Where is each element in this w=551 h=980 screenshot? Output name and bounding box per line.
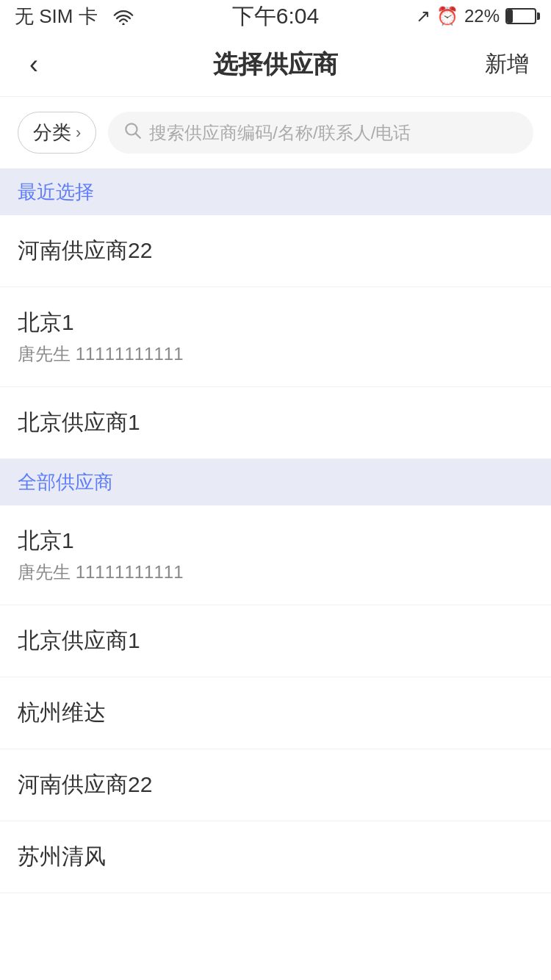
status-left: 无 SIM 卡 <box>15 4 134 29</box>
battery-percent: 22% <box>464 6 500 26</box>
svg-line-2 <box>136 134 140 138</box>
recent-section-header: 最近选择 <box>0 169 551 215</box>
item-name: 北京供应商1 <box>18 408 533 438</box>
page-title: 选择供应商 <box>213 48 338 82</box>
all-section-header: 全部供应商 <box>0 459 551 505</box>
chevron-right-icon: › <box>76 123 81 143</box>
back-button[interactable]: ‹ <box>22 42 46 87</box>
list-item[interactable]: 北京1 唐先生 11111111111 <box>0 505 551 605</box>
item-name: 北京1 <box>18 308 533 338</box>
item-name: 苏州清风 <box>18 842 533 872</box>
status-bar: 无 SIM 卡 下午6:04 ↗ ⏰ 22% <box>0 0 551 32</box>
list-item[interactable]: 杭州维达 <box>0 677 551 749</box>
status-right: ↗ ⏰ 22% <box>416 6 536 26</box>
all-section-label: 全部供应商 <box>18 471 113 493</box>
all-items-list: 北京1 唐先生 11111111111 北京供应商1 杭州维达 河南供应商22 … <box>0 505 551 893</box>
search-icon <box>123 120 142 145</box>
add-button[interactable]: 新增 <box>485 49 529 79</box>
item-subtitle: 唐先生 11111111111 <box>18 561 533 584</box>
list-item[interactable]: 河南供应商22 <box>0 749 551 821</box>
item-name: 北京供应商1 <box>18 626 533 656</box>
item-name: 杭州维达 <box>18 698 533 728</box>
search-area: 分类 › 搜索供应商编码/名称/联系人/电话 <box>0 97 551 169</box>
item-name: 北京1 <box>18 526 533 556</box>
search-placeholder: 搜索供应商编码/名称/联系人/电话 <box>149 121 411 145</box>
svg-point-0 <box>123 23 125 25</box>
category-label: 分类 <box>33 120 71 145</box>
battery-icon <box>505 8 536 24</box>
category-filter-button[interactable]: 分类 › <box>18 112 96 154</box>
list-item[interactable]: 北京供应商1 <box>0 387 551 459</box>
item-subtitle: 唐先生 11111111111 <box>18 342 533 366</box>
nav-bar: ‹ 选择供应商 新增 <box>0 32 551 97</box>
list-item[interactable]: 北京1 唐先生 11111111111 <box>0 287 551 387</box>
recent-section-label: 最近选择 <box>18 181 94 203</box>
item-name: 河南供应商22 <box>18 770 533 800</box>
list-item[interactable]: 河南供应商22 <box>0 215 551 287</box>
recent-items-list: 河南供应商22 北京1 唐先生 11111111111 北京供应商1 <box>0 215 551 459</box>
wifi-icon <box>113 10 134 25</box>
item-name: 河南供应商22 <box>18 236 533 266</box>
status-time: 下午6:04 <box>232 1 319 32</box>
search-input-wrapper[interactable]: 搜索供应商编码/名称/联系人/电话 <box>108 112 533 154</box>
list-item[interactable]: 北京供应商1 <box>0 605 551 677</box>
location-icon: ↗ <box>416 6 431 26</box>
alarm-icon: ⏰ <box>436 6 458 26</box>
list-item[interactable]: 苏州清风 <box>0 821 551 893</box>
